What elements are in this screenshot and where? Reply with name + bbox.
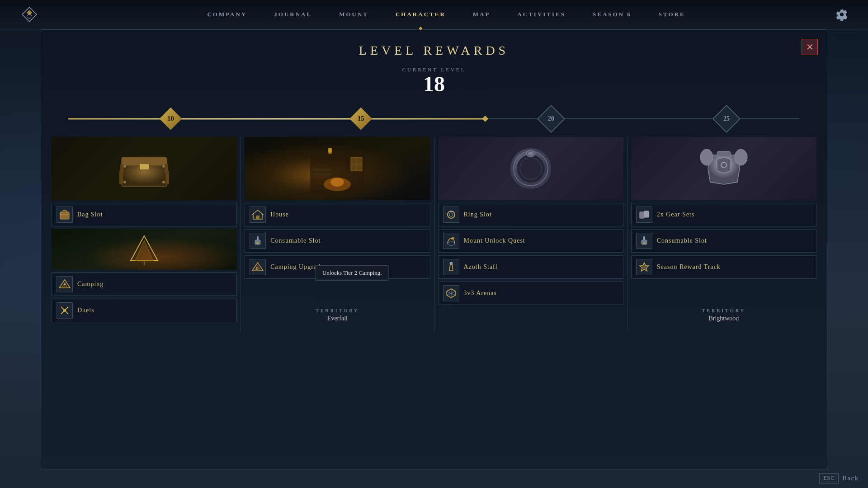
house-icon	[250, 206, 266, 223]
nav-activities[interactable]: ACTIVITIES	[517, 9, 566, 20]
bag-slot-label: Bag Slot	[77, 211, 103, 218]
svg-point-59	[735, 149, 747, 165]
reward-column-25: 2x Gear Sets Consumable Slot	[627, 137, 820, 331]
house-icon-large	[301, 139, 373, 198]
territory-col15: TERRITORY Everfall	[241, 308, 434, 322]
bag-image-area	[52, 137, 237, 200]
ring-slot-icon	[443, 206, 459, 223]
svg-rect-6	[165, 164, 168, 173]
svg-point-46	[528, 152, 533, 155]
consumable-slot-row: Consumable Slot	[245, 229, 430, 253]
season-reward-label: Season Reward Track	[657, 263, 721, 271]
nav-journal[interactable]: JOURNAL	[274, 9, 312, 20]
svg-point-10	[162, 181, 165, 183]
esc-key[interactable]: ESC	[819, 473, 839, 483]
house-row: House	[245, 203, 430, 226]
svg-rect-32	[312, 173, 330, 176]
svg-point-49	[450, 211, 453, 212]
nav-character[interactable]: CHARACTER	[396, 9, 446, 20]
consumable-slot-icon	[250, 233, 266, 249]
gear-sets-icon	[636, 206, 652, 223]
nav-map[interactable]: MAP	[473, 9, 491, 20]
camping-upgrade-tooltip: Unlocks Tier 2 Camping.	[316, 265, 388, 281]
settings-gear-icon[interactable]	[834, 6, 850, 23]
arenas-row: 3v3 Arenas	[438, 282, 623, 305]
level-15-label: 15	[358, 115, 364, 122]
svg-marker-15	[135, 240, 153, 261]
svg-rect-62	[640, 212, 644, 218]
timeline-node-20: 20	[541, 109, 561, 129]
camping-upgrade-icon: II	[250, 259, 266, 275]
gear-sets-label: 2x Gear Sets	[657, 211, 695, 218]
territory-label-15: TERRITORY	[241, 308, 434, 313]
level-10-label: 10	[167, 115, 174, 122]
level-20-label: 20	[548, 115, 554, 122]
level-timeline: 10 15 20 25	[68, 105, 800, 132]
timeline-node-25: 25	[717, 109, 736, 129]
esc-back-section: ESC Back	[819, 473, 859, 483]
reward-column-15: House Consumable Slot	[241, 137, 434, 331]
svg-point-50	[448, 242, 455, 245]
ring-slot-label: Ring Slot	[464, 211, 492, 218]
svg-point-52	[450, 262, 453, 265]
territory-name-15: Everfall	[241, 315, 434, 322]
mount-unlock-icon	[443, 233, 459, 249]
armor-icon-large	[697, 141, 751, 196]
reward-column-10: Bag Slot	[48, 137, 241, 331]
ring-image-area	[438, 137, 623, 200]
camping-row: Camping	[52, 272, 237, 296]
svg-rect-34	[256, 216, 259, 219]
duels-row: Duels	[52, 299, 237, 322]
nav-logo	[18, 3, 41, 26]
svg-point-51	[451, 238, 453, 239]
gear-sets-row: 2x Gear Sets	[631, 203, 816, 226]
ring-icon-large	[506, 144, 556, 193]
svg-point-44	[520, 158, 542, 179]
back-label[interactable]: Back	[842, 475, 859, 482]
level-25-label: 25	[723, 115, 730, 122]
bag-icon-large	[115, 146, 174, 191]
season-reward-row: Season Reward Track	[631, 255, 816, 279]
nav-items: COMPANY JOURNAL MOUNT CHARACTER MAP ACTI…	[59, 9, 834, 20]
azoth-staff-row: Azoth Staff	[438, 255, 623, 279]
azoth-staff-icon	[443, 259, 459, 275]
current-level-section: CURRENT LEVEL 18	[41, 67, 827, 96]
territory-name-25: Brightwood	[627, 315, 820, 322]
camping-icon	[57, 276, 73, 292]
consumable-slot-2-icon	[636, 233, 652, 249]
nav-company[interactable]: COMPANY	[207, 9, 247, 20]
camping-icon-large	[126, 234, 162, 265]
bag-slot-row: Bag Slot	[52, 203, 237, 226]
navigation: COMPANY JOURNAL MOUNT CHARACTER MAP ACTI…	[0, 0, 868, 29]
house-image-area	[245, 137, 430, 200]
svg-point-58	[700, 149, 713, 165]
duels-label: Duels	[77, 307, 94, 314]
svg-point-19	[64, 283, 66, 285]
svg-point-8	[162, 165, 165, 168]
season-reward-icon	[636, 259, 652, 275]
svg-point-25	[330, 178, 344, 187]
svg-point-7	[123, 165, 126, 168]
close-button[interactable]: ✕	[802, 39, 818, 55]
azoth-staff-label: Azoth Staff	[464, 263, 498, 271]
svg-point-9	[123, 181, 126, 183]
panel-title: LEVEL REWARDS	[41, 30, 827, 62]
close-icon: ✕	[806, 42, 814, 52]
main-panel: ✕ LEVEL REWARDS CURRENT LEVEL 18 10 15	[41, 29, 827, 470]
ring-slot-row: Ring Slot	[438, 203, 623, 226]
nav-mount[interactable]: MOUNT	[339, 9, 368, 20]
nav-store[interactable]: STORE	[659, 9, 685, 20]
current-position-marker	[482, 116, 488, 122]
svg-point-22	[63, 309, 66, 312]
timeline-node-15: 15	[349, 108, 372, 130]
camping-image-area	[52, 229, 237, 270]
mount-unlock-label: Mount Unlock Quest	[464, 237, 525, 244]
reward-column-20: Ring Slot Mount Unlock Quest	[434, 137, 627, 331]
bag-slot-icon	[57, 206, 73, 223]
nav-season6[interactable]: SEASON 6	[593, 9, 632, 20]
armor-image-area	[631, 137, 816, 200]
consumable-slot-2-label: Consumable Slot	[657, 237, 707, 244]
svg-text:II: II	[256, 267, 259, 271]
territory-label-25: TERRITORY	[627, 308, 820, 313]
svg-rect-31	[312, 169, 330, 171]
